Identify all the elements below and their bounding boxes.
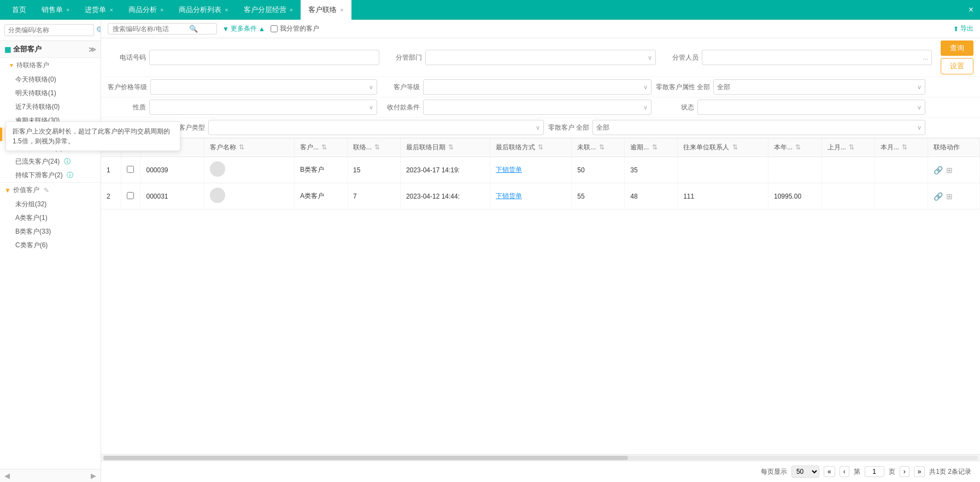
sidebar-item-today[interactable]: 今天待联络(0) <box>0 73 101 86</box>
nav-item-sales[interactable]: 销售单 × <box>34 0 77 20</box>
collapse-icon[interactable]: ≫ <box>89 45 96 54</box>
action-link-icon-2[interactable]: 🔗 <box>934 192 943 201</box>
sort-uncontacted-icon[interactable]: ⇅ <box>599 143 605 151</box>
sort-contact-icon[interactable]: ⇅ <box>374 143 380 151</box>
filter-cell-dept: 分管部门 ∨ <box>384 50 655 65</box>
sidebar-item-ungroup[interactable]: 未分组(32) <box>0 198 101 211</box>
close-customer-mgmt-icon[interactable]: × <box>290 7 293 13</box>
last-method-link-1[interactable]: 下销货单 <box>496 166 522 173</box>
action-grid-icon-1[interactable]: ⊞ <box>946 166 953 175</box>
sidebar-item-churned[interactable]: 已流失客户(24) ⓘ <box>0 155 101 169</box>
status-label: 状态 <box>656 103 694 112</box>
sort-last-month-icon[interactable]: ⇅ <box>849 143 854 151</box>
sidebar-item-7days[interactable]: 近7天待联络(0) <box>0 100 101 114</box>
sort-last-method-icon[interactable]: ⇅ <box>538 143 543 151</box>
edit-value-group-icon[interactable]: ✎ <box>44 187 49 194</box>
sidebar-right-arrow[interactable]: ▶ <box>91 472 96 480</box>
sidebar-left-arrow[interactable]: ◀ <box>4 472 10 480</box>
cell-this-month-1 <box>875 157 928 183</box>
filter-cell-retail-attr: 零散客户属性 全部 全部∨ <box>656 79 925 95</box>
action-grid-icon-2[interactable]: ⊞ <box>946 192 953 201</box>
sort-last-date-icon[interactable]: ⇅ <box>448 143 454 151</box>
close-analysis-icon[interactable]: × <box>160 7 163 13</box>
nature-select[interactable]: ∨ <box>149 100 377 115</box>
action-link-icon-1[interactable]: 🔗 <box>934 166 943 175</box>
export-button[interactable]: ⬆ 导出 <box>953 24 973 33</box>
nav-item-customer-mgmt[interactable]: 客户分层经营 × <box>236 0 301 20</box>
payment-chevron-icon: ∨ <box>643 104 648 111</box>
next-page-button[interactable]: › <box>900 466 909 477</box>
action-buttons: 查询 设置 <box>941 40 973 74</box>
last-method-link-2[interactable]: 下销货单 <box>496 192 522 200</box>
settings-button[interactable]: 设置 <box>941 58 973 74</box>
more-filter-button[interactable]: ▼ 更多条件 ▲ <box>222 24 265 33</box>
query-button[interactable]: 查询 <box>941 40 973 56</box>
table-container[interactable]: ⚙ 客户编码 ⇅ 客户名称 ⇅ <box>101 138 980 454</box>
cell-unit-contact-1 <box>678 157 768 183</box>
all-customers-header[interactable]: ▦ 全部客户 ≫ <box>0 41 101 58</box>
close-purchase-icon[interactable]: × <box>109 7 113 13</box>
nav-item-purchase[interactable]: 进货单 × <box>77 0 120 20</box>
sidebar-search-icon[interactable]: 🔍 <box>96 26 101 34</box>
sidebar-search-area: 🔍 <box>0 20 101 41</box>
last-page-button[interactable]: » <box>914 466 925 477</box>
cust-grade-select[interactable]: ∨ <box>423 79 651 95</box>
close-sales-icon[interactable]: × <box>66 7 69 13</box>
my-customer-checkbox[interactable] <box>271 25 278 32</box>
filter-cell-phone: 电话号码 <box>108 50 379 65</box>
manager-select[interactable]: ... <box>702 50 932 65</box>
sort-this-month-icon[interactable]: ⇅ <box>902 143 907 151</box>
payment-select[interactable]: ∨ <box>423 100 651 115</box>
scrollbar-thumb[interactable] <box>103 456 628 460</box>
cust-type-select[interactable]: ∨ <box>208 120 544 135</box>
main-search-input[interactable] <box>113 25 189 33</box>
sort-type-icon[interactable]: ⇅ <box>321 143 327 151</box>
row2-checkbox[interactable] <box>127 192 134 199</box>
per-page-select[interactable]: 50 100 200 <box>791 466 819 478</box>
sidebar-item-classB[interactable]: B类客户(33) <box>0 225 101 239</box>
nav-item-analysis-list[interactable]: 商品分析列表 × <box>171 0 236 20</box>
th-actions: 联络动作 <box>928 138 979 157</box>
info-icon-declining[interactable]: ⓘ <box>67 171 73 179</box>
nav-item-home[interactable]: 首页 <box>4 0 34 20</box>
export-icon: ⬆ <box>953 25 959 33</box>
total-records: 共1页 2条记录 <box>929 467 971 477</box>
horizontal-scrollbar[interactable] <box>101 454 980 461</box>
phone-input[interactable] <box>149 50 379 65</box>
main-search-icon[interactable]: 🔍 <box>189 25 198 33</box>
sidebar-item-classA[interactable]: A类客户(1) <box>0 211 101 225</box>
info-icon-churned[interactable]: ⓘ <box>64 158 71 165</box>
prev-page-button[interactable]: ‹ <box>840 466 849 477</box>
page-of-label: 页 <box>889 467 895 477</box>
sidebar-item-classC[interactable]: C类客户(6) <box>0 239 101 252</box>
close-customer-contact-icon[interactable]: × <box>340 7 343 13</box>
page-input[interactable] <box>865 466 884 477</box>
sort-this-year-icon[interactable]: ⇅ <box>795 143 801 151</box>
sidebar-item-declining[interactable]: 持续下滑客户(2) ⓘ <box>0 169 101 182</box>
sort-name-icon[interactable]: ⇅ <box>239 143 244 151</box>
sidebar-search-input[interactable] <box>4 24 94 36</box>
price-grade-select[interactable]: ∨ <box>150 79 377 95</box>
nav-item-analysis[interactable]: 商品分析 × <box>121 0 171 20</box>
avatar-1 <box>210 161 225 177</box>
dept-select[interactable]: ∨ <box>425 50 655 65</box>
status-select[interactable]: ∨ <box>697 100 925 115</box>
cell-index-1: 1 <box>101 157 121 183</box>
sidebar-group-value[interactable]: ▼ 价值客户 ✎ <box>0 182 101 198</box>
manager-label: 分管人员 <box>660 53 699 62</box>
triangle-icon: ▼ <box>9 62 14 68</box>
sort-unit-contact-icon[interactable]: ⇅ <box>732 143 738 151</box>
close-analysis-list-icon[interactable]: × <box>225 7 228 13</box>
nav-item-customer-contact[interactable]: 客户联络 × <box>301 0 351 20</box>
sidebar-item-tomorrow[interactable]: 明天待联络(1) <box>0 86 101 100</box>
retail-cust-select[interactable]: 全部∨ <box>592 120 925 135</box>
row1-checkbox[interactable] <box>127 166 134 173</box>
content-area: 🔍 ▼ 更多条件 ▲ 我分管的客户 ⬆ 导出 电话号码 <box>101 20 980 482</box>
sidebar-group-waiting[interactable]: ▼ 待联络客户 <box>0 58 101 73</box>
close-all-button[interactable]: × <box>969 5 973 15</box>
first-page-button[interactable]: « <box>824 466 835 477</box>
manager-dots-icon[interactable]: ... <box>923 54 928 61</box>
retail-attr-select[interactable]: 全部∨ <box>713 79 925 95</box>
dept-chevron-icon: ∨ <box>648 54 652 61</box>
sort-overdue-icon[interactable]: ⇅ <box>652 143 658 151</box>
